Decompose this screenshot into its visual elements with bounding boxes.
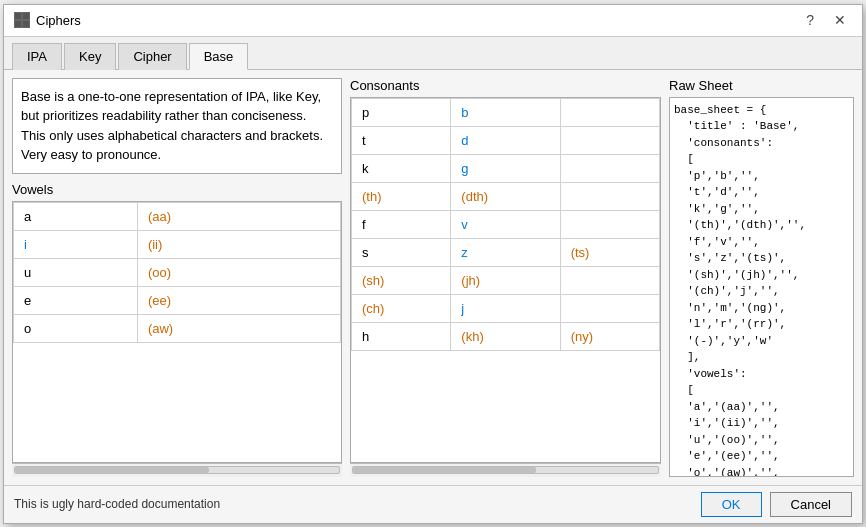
consonant-col2: v (451, 210, 560, 238)
consonant-col1: k (352, 154, 451, 182)
consonant-col3: (ts) (560, 238, 659, 266)
consonant-col1: (th) (352, 182, 451, 210)
status-text: This is ugly hard-coded documentation (14, 497, 220, 511)
consonant-col2: (kh) (451, 322, 560, 350)
dialog-window: Ciphers ? ✕ IPA Key Cipher Base Base is … (3, 4, 863, 524)
consonant-col2: g (451, 154, 560, 182)
consonants-label: Consonants (350, 78, 661, 93)
titlebar-controls: ? ✕ (800, 10, 852, 30)
consonant-col3 (560, 182, 659, 210)
raw-sheet-label: Raw Sheet (669, 78, 854, 93)
consonant-col3 (560, 294, 659, 322)
vowels-label: Vowels (12, 182, 342, 197)
cancel-button[interactable]: Cancel (770, 492, 852, 517)
vowels-table-container[interactable]: a(aa)i(ii)u(oo)e(ee)o(aw) (12, 201, 342, 463)
consonant-col3 (560, 98, 659, 126)
consonant-col3: (ny) (560, 322, 659, 350)
vowels-hscroll-track[interactable] (14, 466, 340, 474)
table-row: sz(ts) (352, 238, 660, 266)
table-row: (ch)j (352, 294, 660, 322)
consonant-col1: t (352, 126, 451, 154)
table-row: e(ee) (14, 286, 341, 314)
table-row: o(aw) (14, 314, 341, 342)
middle-panel: Consonants pbtdkg(th)(dth)fvsz(ts)(sh)(j… (350, 78, 661, 477)
vowels-table: a(aa)i(ii)u(oo)e(ee)o(aw) (13, 202, 341, 343)
consonants-hscroll-thumb (353, 467, 536, 473)
table-row: pb (352, 98, 660, 126)
consonant-col2: b (451, 98, 560, 126)
consonants-hscroll-track[interactable] (352, 466, 659, 474)
vowel-col1: i (14, 230, 138, 258)
consonant-col2: (jh) (451, 266, 560, 294)
main-content: Base is a one-to-one representation of I… (4, 70, 862, 485)
consonant-col1: p (352, 98, 451, 126)
consonant-col1: h (352, 322, 451, 350)
table-row: a(aa) (14, 202, 341, 230)
svg-rect-1 (23, 13, 29, 19)
help-button[interactable]: ? (800, 10, 820, 30)
svg-rect-2 (15, 21, 21, 27)
top-section: Base is a one-to-one representation of I… (12, 78, 854, 477)
bottom-buttons: OK Cancel (701, 492, 852, 517)
table-row: fv (352, 210, 660, 238)
consonants-table-container[interactable]: pbtdkg(th)(dth)fvsz(ts)(sh)(jh)(ch)jh(kh… (350, 97, 661, 463)
consonant-col3 (560, 266, 659, 294)
table-row: i(ii) (14, 230, 341, 258)
consonant-col3 (560, 126, 659, 154)
vowels-section: Vowels a(aa)i(ii)u(oo)e(ee)o(aw) (12, 182, 342, 477)
app-icon (14, 12, 30, 28)
tab-key[interactable]: Key (64, 43, 116, 70)
right-panel: Raw Sheet base_sheet = { 'title' : 'Base… (669, 78, 854, 477)
titlebar: Ciphers ? ✕ (4, 5, 862, 37)
vowel-col2: (ee) (137, 286, 340, 314)
table-row: (sh)(jh) (352, 266, 660, 294)
tab-ipa[interactable]: IPA (12, 43, 62, 70)
titlebar-left: Ciphers (14, 12, 81, 28)
window-title: Ciphers (36, 13, 81, 28)
consonant-col1: (sh) (352, 266, 451, 294)
consonant-col2: (dth) (451, 182, 560, 210)
consonants-table: pbtdkg(th)(dth)fvsz(ts)(sh)(jh)(ch)jh(kh… (351, 98, 660, 351)
vowel-col1: a (14, 202, 138, 230)
tab-cipher[interactable]: Cipher (118, 43, 186, 70)
description-text: Base is a one-to-one representation of I… (21, 89, 323, 163)
raw-sheet-content[interactable]: base_sheet = { 'title' : 'Base', 'conson… (669, 97, 854, 477)
consonant-col3 (560, 154, 659, 182)
table-row: td (352, 126, 660, 154)
description-box: Base is a one-to-one representation of I… (12, 78, 342, 174)
vowel-col1: u (14, 258, 138, 286)
close-button[interactable]: ✕ (828, 10, 852, 30)
consonant-col1: (ch) (352, 294, 451, 322)
table-row: h(kh)(ny) (352, 322, 660, 350)
table-row: u(oo) (14, 258, 341, 286)
ok-button[interactable]: OK (701, 492, 762, 517)
vowel-col1: o (14, 314, 138, 342)
vowel-col2: (ii) (137, 230, 340, 258)
left-panel: Base is a one-to-one representation of I… (12, 78, 342, 477)
consonants-hscroll[interactable] (350, 463, 661, 477)
vowels-hscroll[interactable] (12, 463, 342, 477)
consonant-col2: j (451, 294, 560, 322)
vowel-col2: (oo) (137, 258, 340, 286)
tab-base[interactable]: Base (189, 43, 249, 70)
consonant-col3 (560, 210, 659, 238)
vowel-col2: (aw) (137, 314, 340, 342)
table-row: kg (352, 154, 660, 182)
consonant-col2: z (451, 238, 560, 266)
consonant-col1: s (352, 238, 451, 266)
bottom-bar: This is ugly hard-coded documentation OK… (4, 485, 862, 523)
svg-rect-0 (15, 13, 21, 19)
tab-bar: IPA Key Cipher Base (4, 37, 862, 70)
consonant-col2: d (451, 126, 560, 154)
table-row: (th)(dth) (352, 182, 660, 210)
svg-rect-3 (23, 21, 29, 27)
vowel-col1: e (14, 286, 138, 314)
vowels-hscroll-thumb (15, 467, 209, 473)
vowel-col2: (aa) (137, 202, 340, 230)
consonant-col1: f (352, 210, 451, 238)
